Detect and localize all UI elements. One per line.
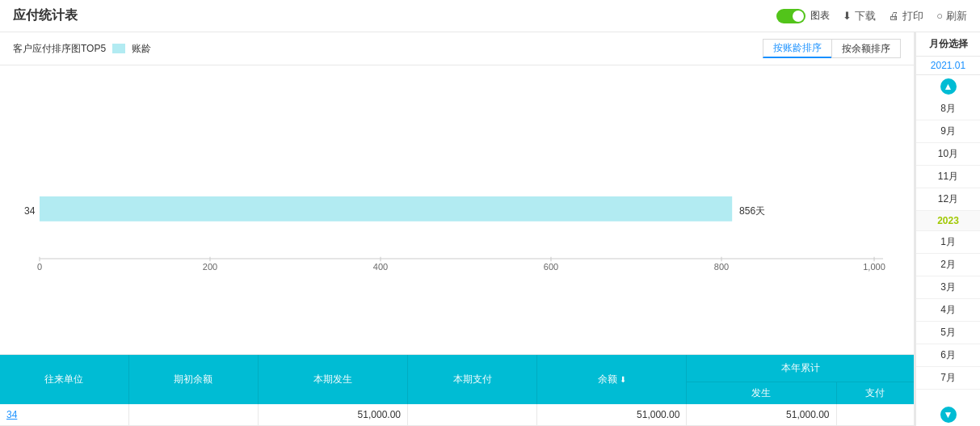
- month-item-jun[interactable]: 6月: [916, 344, 980, 367]
- page-title: 应付统计表: [13, 7, 78, 24]
- year-marker-2023: 2023: [916, 211, 980, 231]
- cell-ytd-occurrence: 51,000.00: [687, 404, 836, 426]
- table-wrapper: 往来单位 期初余额 本期发生 本期支付 余额 ⬇ 本年累计: [0, 355, 914, 426]
- table-header-row: 往来单位 期初余额 本期发生 本期支付 余额 ⬇ 本年累计: [0, 355, 914, 382]
- month-item-aug[interactable]: 8月: [916, 98, 980, 120]
- print-button[interactable]: 🖨 打印: [889, 9, 923, 23]
- chart-bar: [40, 196, 732, 221]
- table-section: 往来单位 期初余额 本期发生 本期支付 余额 ⬇ 本年累计: [0, 354, 914, 426]
- month-sidebar: 月份选择 2021.01 ▲ 8月 9月 10月 11月 12月 2023 1月…: [915, 32, 980, 426]
- month-item-nov[interactable]: 11月: [916, 166, 980, 188]
- legend-color-box: [112, 44, 125, 53]
- col-occurrence-header: 本期发生: [258, 355, 407, 404]
- svg-text:800: 800: [714, 262, 729, 272]
- download-label: 下载: [855, 9, 876, 23]
- month-list: 8月 9月 10月 11月 12月 2023 1月 2月 3月 4月 5月 6月…: [916, 98, 980, 403]
- sort-buttons: 按账龄排序 按余额排序: [763, 39, 901, 58]
- toggle-switch-label[interactable]: [776, 9, 805, 23]
- refresh-label: 刷新: [946, 9, 967, 23]
- svg-text:600: 600: [544, 262, 558, 272]
- month-item-sep[interactable]: 9月: [916, 120, 980, 143]
- col-ytd-occurrence-subheader: 发生: [687, 382, 836, 405]
- unit-link[interactable]: 34: [6, 409, 17, 420]
- cell-occurrence: 51,000.00: [258, 404, 407, 426]
- month-item-oct[interactable]: 10月: [916, 143, 980, 166]
- main-content: 客户应付排序图TOP5 账龄 按账龄排序 按余额排序 34 856天: [0, 32, 980, 426]
- month-item-feb[interactable]: 2月: [916, 254, 980, 276]
- col-balance-header: 余额 ⬇: [537, 355, 687, 404]
- refresh-icon: ○: [936, 10, 943, 22]
- header-actions: 图表 ⬇ 下载 🖨 打印 ○ 刷新: [776, 9, 967, 23]
- sidebar-down-button[interactable]: ▼: [916, 403, 980, 426]
- col-payment-header: 本期支付: [408, 355, 537, 404]
- month-item-jul[interactable]: 7月: [916, 367, 980, 390]
- chart-svg: 34 856天 0 200 400 600 800 1,000: [13, 72, 901, 348]
- sidebar-year[interactable]: 2021.01: [916, 57, 980, 75]
- month-item-jan[interactable]: 1月: [916, 231, 980, 254]
- sort-by-amount-button[interactable]: 按余额排序: [831, 39, 901, 58]
- chart-section: 客户应付排序图TOP5 账龄 按账龄排序 按余额排序 34 856天: [0, 32, 914, 426]
- down-arrow-icon[interactable]: ▼: [940, 407, 957, 423]
- data-table: 往来单位 期初余额 本期发生 本期支付 余额 ⬇ 本年累计: [0, 355, 914, 426]
- month-item-apr[interactable]: 4月: [916, 299, 980, 322]
- refresh-button[interactable]: ○ 刷新: [936, 9, 967, 23]
- month-item-may[interactable]: 5月: [916, 322, 980, 344]
- download-button[interactable]: ⬇ 下载: [843, 9, 876, 23]
- col-ytd-header: 本年累计: [687, 355, 914, 382]
- cell-unit: 34: [0, 404, 128, 426]
- chart-header: 客户应付排序图TOP5 账龄 按账龄排序 按余额排序: [0, 32, 914, 65]
- cell-ytd-payment: [836, 404, 914, 426]
- svg-text:400: 400: [373, 262, 388, 272]
- svg-text:0: 0: [37, 262, 42, 272]
- chart-area: 34 856天 0 200 400 600 800 1,000: [0, 65, 914, 354]
- svg-text:1,000: 1,000: [863, 262, 885, 272]
- chart-legend: 客户应付排序图TOP5 账龄: [13, 42, 151, 56]
- balance-icon: ⬇: [620, 375, 626, 384]
- print-label: 打印: [902, 9, 923, 23]
- cell-payment: [408, 404, 537, 426]
- app-container: 应付统计表 图表 ⬇ 下载 🖨 打印 ○ 刷新: [0, 0, 980, 426]
- chart-toggle-label: 图表: [810, 9, 830, 23]
- print-icon: 🖨: [889, 10, 899, 22]
- col-opening-header: 期初余额: [128, 355, 258, 404]
- download-icon: ⬇: [843, 10, 852, 22]
- sort-by-balance-button[interactable]: 按账龄排序: [763, 39, 831, 58]
- col-unit-header: 往来单位: [0, 355, 128, 404]
- up-arrow-icon[interactable]: ▲: [940, 78, 957, 95]
- month-item-dec[interactable]: 12月: [916, 188, 980, 211]
- sidebar-up-button[interactable]: ▲: [916, 75, 980, 98]
- legend-title: 客户应付排序图TOP5: [13, 42, 106, 56]
- chart-toggle[interactable]: 图表: [776, 9, 830, 23]
- sidebar-title: 月份选择: [916, 32, 980, 57]
- svg-text:200: 200: [203, 262, 217, 272]
- toggle-slider: [776, 9, 805, 23]
- header: 应付统计表 图表 ⬇ 下载 🖨 打印 ○ 刷新: [0, 0, 980, 32]
- legend-color-label: 账龄: [132, 42, 151, 56]
- bar-value-label: 856天: [739, 205, 765, 217]
- month-item-mar[interactable]: 3月: [916, 276, 980, 299]
- col-ytd-payment-subheader: 支付: [836, 382, 914, 405]
- cell-balance: 51,000.00: [537, 404, 687, 426]
- table-row: 34 51,000.00 51,000.00 51,000.00: [0, 404, 914, 426]
- cell-opening-balance: [128, 404, 258, 426]
- bar-label: 34: [24, 205, 36, 217]
